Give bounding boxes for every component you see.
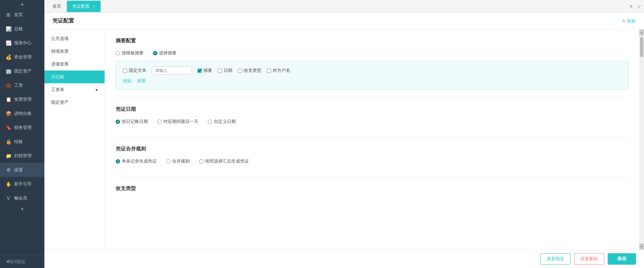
radio-single[interactable] bbox=[116, 159, 120, 164]
sidebar-item-salary[interactable]: 💼 工资 bbox=[0, 78, 44, 92]
nav-journal[interactable]: 日记账 bbox=[44, 71, 105, 83]
sidebar: ▲ ⊞ 首页 📊 总账 📈 报表中心 💰 资金管理 🏢 固定资产 💼 工资 📋 … bbox=[0, 0, 44, 268]
body-split: 公共选项 销项发票 进项发票 日记账 工资表 ▾ 固定资产 bbox=[44, 30, 644, 250]
summary-section: 摘要配置 按模板摘要 选择摘要 bbox=[116, 38, 629, 98]
checkbox-fixed-text[interactable] bbox=[123, 69, 127, 73]
radio-template-summary[interactable]: 按模板摘要 bbox=[116, 50, 144, 56]
scroll-down-btn[interactable]: ▼ bbox=[639, 243, 644, 250]
nav-fixed-asset-label: 固定资产 bbox=[51, 99, 69, 105]
sidebar-scroll-up[interactable]: ▲ bbox=[0, 0, 44, 8]
sidebar-pin-toggle[interactable]: ◀取消固定 bbox=[0, 255, 44, 268]
scroll-thumb[interactable] bbox=[640, 37, 643, 57]
checkbox-income-type-label[interactable]: 收支类型 bbox=[238, 68, 261, 74]
radio-select-input[interactable] bbox=[153, 51, 157, 55]
income-section: 收支类型 bbox=[116, 185, 629, 192]
archive-icon: 📁 bbox=[5, 153, 11, 159]
refresh-button[interactable]: ↻ 刷新 bbox=[622, 18, 636, 24]
sidebar-item-guide[interactable]: ✋ 新手引导 bbox=[0, 177, 44, 191]
checkbox-counterpart-label[interactable]: 对方户名 bbox=[267, 68, 290, 74]
sidebar-label-report: 报表中心 bbox=[14, 40, 32, 46]
salary-icon: 💼 bbox=[5, 83, 11, 88]
sidebar-label-guide: 新手引导 bbox=[14, 181, 32, 187]
nav-journal-label: 日记账 bbox=[51, 74, 64, 80]
page-title: 凭证配置 bbox=[52, 17, 74, 25]
checkbox-abstract[interactable] bbox=[197, 69, 202, 73]
sidebar-label-stock: 进销台账 bbox=[14, 110, 32, 117]
sidebar-item-settings[interactable]: ⚙ 设置 bbox=[0, 163, 44, 177]
sidebar-item-home[interactable]: ⊞ 首页 bbox=[0, 8, 44, 22]
sidebar-label-asset: 固定资产 bbox=[14, 68, 32, 74]
radio-by-select-label[interactable]: 按照选择汇总生成凭证 bbox=[199, 158, 249, 164]
radio-period-last[interactable] bbox=[157, 120, 162, 124]
tab-active-label: 凭证配置 bbox=[72, 4, 90, 9]
tab-voucher-config[interactable]: 凭证配置 × bbox=[67, 1, 101, 12]
date-radio-group: 按日记账日期 对应期间最后一天 自定义日期 bbox=[116, 119, 629, 125]
save-button[interactable]: 保存 bbox=[608, 253, 636, 265]
nav-sales-label: 销项发票 bbox=[51, 48, 69, 54]
radio-single-label[interactable]: 单条记录生成凭证 bbox=[116, 158, 157, 164]
update-preview-button[interactable]: 更新预置 bbox=[540, 253, 571, 265]
summary-config-box: 固定文本 摘要 日期 bbox=[116, 61, 629, 90]
nav-sales[interactable]: 销项发票 bbox=[44, 45, 105, 58]
member-icon: V bbox=[5, 195, 11, 201]
tab-close-btn[interactable]: × bbox=[93, 4, 95, 8]
sidebar-item-stock[interactable]: 📦 进销台账 bbox=[0, 106, 44, 121]
radio-journal-date[interactable] bbox=[116, 120, 120, 124]
radio-merge[interactable] bbox=[166, 159, 171, 164]
batch-delete-button[interactable]: 批量删除 bbox=[574, 253, 604, 265]
radio-period-last-label[interactable]: 对应期间最后一天 bbox=[157, 119, 198, 125]
radio-merge-label[interactable]: 合并规则 bbox=[166, 158, 190, 164]
checkbox-counterpart[interactable] bbox=[267, 69, 271, 73]
radio-template-input[interactable] bbox=[116, 51, 120, 55]
checkbox-date[interactable] bbox=[218, 69, 222, 73]
tab-home[interactable]: 首页 bbox=[47, 1, 67, 12]
checkbox-fixed-text-label[interactable]: 固定文本 bbox=[123, 68, 146, 74]
nav-fixed-asset[interactable]: 固定资产 bbox=[44, 96, 105, 109]
settings-icon: ⚙ bbox=[5, 167, 11, 173]
radio-custom-date-text: 自定义日期 bbox=[214, 119, 236, 125]
radio-journal-date-label[interactable]: 按日记账日期 bbox=[116, 119, 148, 125]
close-ledger-icon: 🔒 bbox=[5, 139, 11, 144]
sidebar-item-archive[interactable]: 📁 归档管理 bbox=[0, 149, 44, 163]
stock-icon: 📦 bbox=[5, 111, 11, 116]
tab-bar: 首页 凭证配置 × ✕ ⤢ bbox=[44, 0, 644, 13]
radio-period-last-text: 对应期间最后一天 bbox=[163, 119, 198, 125]
sidebar-item-invoice[interactable]: 📋 发票管理 bbox=[0, 92, 44, 106]
window-close-btn[interactable]: ✕ bbox=[629, 4, 633, 9]
merge-section: 凭证合并规则 单条记录生成凭证 合并规则 bbox=[116, 146, 629, 177]
date-label: 日期 bbox=[224, 68, 232, 74]
radio-select-summary[interactable]: 选择摘要 bbox=[153, 50, 177, 56]
radio-merge-text: 合并规则 bbox=[172, 158, 190, 164]
merge-radio-group: 单条记录生成凭证 合并规则 按照选择汇总生成凭证 bbox=[116, 158, 629, 164]
sidebar-scroll-down[interactable]: ▼ bbox=[0, 205, 44, 213]
summary-radio-group: 按模板摘要 选择摘要 bbox=[116, 50, 629, 56]
sidebar-pin-label: ◀取消固定 bbox=[5, 259, 26, 265]
scrollbar-track: ▲ ▼ bbox=[639, 30, 644, 250]
sidebar-item-fund[interactable]: 💰 资金管理 bbox=[0, 50, 44, 64]
checkbox-income-type[interactable] bbox=[238, 69, 242, 73]
nav-payroll-label: 工资表 bbox=[51, 87, 64, 93]
sidebar-item-ledger[interactable]: 📊 总账 bbox=[0, 22, 44, 36]
sidebar-item-member[interactable]: V 畅会员 bbox=[0, 191, 44, 205]
nav-public-label: 公共选项 bbox=[51, 36, 69, 42]
checkbox-abstract-label[interactable]: 摘要 bbox=[197, 68, 212, 74]
sidebar-item-tax[interactable]: 🔖 税务管理 bbox=[0, 121, 44, 135]
content-area: 凭证配置 ↻ 刷新 公共选项 销项发票 进项发票 日记账 bbox=[44, 13, 644, 268]
window-maximize-btn[interactable]: ⤢ bbox=[637, 4, 641, 9]
scroll-up-btn[interactable]: ▲ bbox=[639, 30, 644, 36]
sidebar-item-report[interactable]: 📈 报表中心 bbox=[0, 36, 44, 50]
checkbox-date-label[interactable]: 日期 bbox=[218, 68, 232, 74]
radio-custom-date-label[interactable]: 自定义日期 bbox=[208, 119, 236, 125]
sidebar-label-fund: 资金管理 bbox=[14, 54, 32, 60]
nav-public[interactable]: 公共选项 bbox=[44, 32, 105, 45]
radio-custom-date[interactable] bbox=[208, 120, 212, 124]
right-content: 摘要配置 按模板摘要 选择摘要 bbox=[105, 30, 639, 250]
fixed-text-input[interactable] bbox=[152, 66, 192, 75]
sidebar-label-salary: 工资 bbox=[14, 82, 23, 88]
sidebar-item-close[interactable]: 🔒 结账 bbox=[0, 135, 44, 149]
radio-single-text: 单条记录生成凭证 bbox=[122, 158, 157, 164]
radio-by-select[interactable] bbox=[199, 159, 203, 164]
nav-purchase[interactable]: 进项发票 bbox=[44, 58, 105, 71]
sidebar-item-asset[interactable]: 🏢 固定资产 bbox=[0, 64, 44, 78]
nav-payroll[interactable]: 工资表 ▾ bbox=[44, 83, 105, 96]
